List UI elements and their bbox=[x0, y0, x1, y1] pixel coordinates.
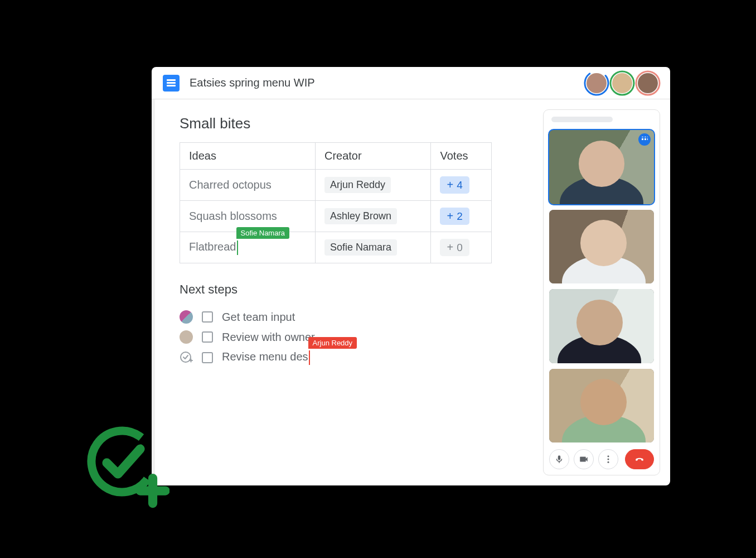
svg-point-4 bbox=[608, 455, 609, 457]
svg-point-5 bbox=[608, 459, 609, 460]
meet-tile[interactable] bbox=[549, 369, 654, 442]
section-heading-next-steps: Next steps bbox=[180, 282, 524, 297]
collaborator-avatar[interactable] bbox=[611, 72, 633, 94]
assign-task-icon[interactable] bbox=[180, 351, 193, 364]
table-row[interactable]: Charred octopus Arjun Reddy +4 bbox=[180, 170, 492, 201]
creator-chip[interactable]: Ashley Brown bbox=[324, 208, 397, 224]
checklist-text[interactable]: Review with owner bbox=[222, 331, 315, 344]
app-window: Eatsies spring menu WIP Small bites Idea… bbox=[152, 67, 670, 485]
collaborator-avatars bbox=[585, 72, 659, 94]
creator-cell[interactable]: Sofie Namara bbox=[315, 232, 431, 263]
col-header-votes: Votes bbox=[431, 143, 492, 170]
checklist-item[interactable]: Get team input bbox=[180, 307, 524, 327]
table-header-row: Ideas Creator Votes bbox=[180, 143, 492, 170]
meet-tile[interactable] bbox=[549, 210, 654, 283]
header-bar: Eatsies spring menu WIP bbox=[152, 67, 670, 99]
body-area: Small bites Ideas Creator Votes Charred … bbox=[152, 99, 670, 485]
checklist-item[interactable]: Revise menu desArjun Reddy bbox=[180, 347, 524, 368]
checklist-text[interactable]: Get team input bbox=[222, 311, 295, 324]
creator-cell[interactable]: Ashley Brown bbox=[315, 201, 431, 232]
meet-tile[interactable] bbox=[549, 289, 654, 363]
collab-cursor-red: Arjun Reddy bbox=[308, 350, 310, 365]
checklist-text[interactable]: Revise menu desArjun Reddy bbox=[222, 350, 310, 365]
svg-point-6 bbox=[608, 461, 609, 463]
vote-chip[interactable]: +0 bbox=[440, 239, 469, 256]
meet-controls bbox=[549, 449, 654, 469]
col-header-ideas: Ideas bbox=[180, 143, 316, 170]
meet-tile[interactable] bbox=[549, 130, 654, 204]
meet-title-placeholder bbox=[551, 117, 613, 122]
vote-chip[interactable]: +2 bbox=[440, 208, 469, 225]
votes-cell[interactable]: +2 bbox=[431, 201, 492, 232]
meet-side-panel bbox=[543, 109, 660, 475]
table-row[interactable]: Squash blossoms Ashley Brown +2 bbox=[180, 201, 492, 232]
collaborator-avatar[interactable] bbox=[637, 72, 659, 94]
collaborator-avatar[interactable] bbox=[585, 72, 608, 94]
assignee-avatar-icon[interactable] bbox=[180, 330, 193, 344]
table-row[interactable]: FlatbreadSofie Namara Sofie Namara +0 bbox=[180, 232, 492, 263]
checkbox[interactable] bbox=[202, 311, 213, 323]
assignee-multi-icon[interactable] bbox=[180, 310, 193, 324]
vote-chip[interactable]: +4 bbox=[440, 176, 469, 194]
votes-cell[interactable]: +0 bbox=[431, 232, 492, 263]
check-plus-decorative-icon bbox=[86, 425, 169, 509]
checkbox[interactable] bbox=[202, 352, 213, 363]
idea-cell[interactable]: FlatbreadSofie Namara bbox=[180, 232, 316, 263]
document-title[interactable]: Eatsies spring menu WIP bbox=[190, 76, 315, 89]
camera-button[interactable] bbox=[574, 449, 594, 469]
google-docs-icon[interactable] bbox=[163, 75, 180, 92]
mic-button[interactable] bbox=[549, 449, 569, 469]
creator-cell[interactable]: Arjun Reddy bbox=[315, 170, 431, 201]
checkbox[interactable] bbox=[202, 331, 213, 343]
idea-cell[interactable]: Charred octopus bbox=[180, 170, 316, 201]
end-call-button[interactable] bbox=[625, 449, 654, 469]
collab-cursor-green: Sofie Namara bbox=[236, 240, 238, 255]
checklist: Get team input Review with owner Revise … bbox=[180, 307, 524, 368]
creator-chip[interactable]: Arjun Reddy bbox=[324, 177, 391, 193]
col-header-creator: Creator bbox=[315, 143, 431, 170]
ideas-table[interactable]: Ideas Creator Votes Charred octopus Arju… bbox=[180, 142, 492, 263]
creator-chip[interactable]: Sofie Namara bbox=[324, 239, 397, 256]
section-heading-small-bites: Small bites bbox=[180, 115, 524, 132]
document-canvas[interactable]: Small bites Ideas Creator Votes Charred … bbox=[152, 99, 543, 485]
votes-cell[interactable]: +4 bbox=[431, 170, 492, 201]
more-options-button[interactable] bbox=[598, 449, 618, 469]
